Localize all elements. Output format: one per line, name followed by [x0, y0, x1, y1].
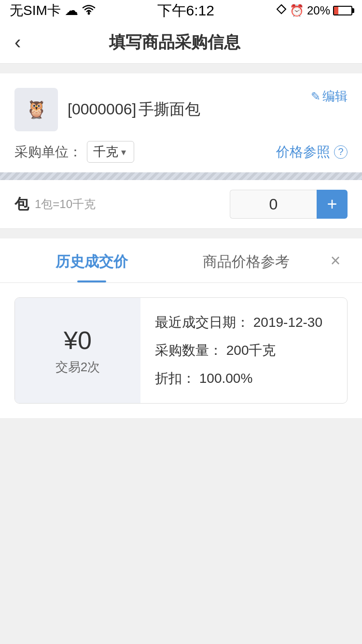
- product-unit-row: 采购单位： 千克 ▾ 价格参照 ?: [14, 141, 348, 163]
- nav-bar: ‹ 填写商品采购信息: [0, 21, 362, 64]
- quantity-label: 采购数量：: [155, 343, 223, 358]
- tab-history-label: 历史成交价: [56, 253, 128, 269]
- tab-price-ref-label: 商品价格参考: [203, 253, 290, 269]
- product-name: 手撕面包: [139, 100, 200, 118]
- history-price-panel: ¥0 交易2次: [15, 298, 140, 403]
- unit-label-group: 采购单位： 千克 ▾: [14, 141, 134, 163]
- battery-percent: 20%: [307, 4, 330, 17]
- history-card: ¥0 交易2次 最近成交日期： 2019-12-30 采购数量： 200千克 折…: [14, 297, 348, 404]
- status-bar: 无SIM卡 ☁ 下午6:12 ⏰ 20%: [0, 0, 362, 21]
- quantity-value: 0: [269, 196, 278, 213]
- history-price-value: ¥0: [64, 326, 92, 355]
- svg-marker-1: [277, 5, 286, 14]
- svg-point-0: [87, 13, 90, 15]
- edit-label: 编辑: [322, 88, 348, 105]
- quantity-input-group: 0 +: [230, 190, 348, 219]
- product-header: 🦉 [0000006] 手撕面包 ✎ 编辑: [14, 88, 348, 131]
- edit-icon: ✎: [311, 90, 320, 103]
- status-time: 下午6:12: [157, 1, 214, 21]
- price-ref-help-icon: ?: [334, 145, 348, 159]
- quantity-equiv: 1包=10千克: [35, 196, 96, 212]
- discount-value: 100.00%: [199, 371, 253, 386]
- svg-line-2: [281, 5, 286, 9]
- location-icon: [276, 4, 287, 17]
- carrier-text: 无SIM卡 ☁: [10, 1, 78, 20]
- quantity-unit-label: 包: [14, 195, 29, 214]
- recent-date-value: 2019-12-30: [253, 315, 322, 330]
- plus-icon: +: [327, 194, 337, 214]
- product-left: 🦉 [0000006] 手撕面包: [14, 88, 200, 131]
- quantity-detail-value: 200千克: [226, 343, 276, 358]
- history-discount: 折扣： 100.00%: [155, 368, 333, 389]
- tab-bar: 历史成交价 商品价格参考 ×: [0, 238, 362, 283]
- quantity-plus-button[interactable]: +: [317, 190, 348, 219]
- product-id: [0000006]: [68, 100, 136, 118]
- unit-value: 千克: [93, 143, 118, 160]
- quantity-input[interactable]: 0: [230, 190, 317, 219]
- tab-price-reference[interactable]: 商品价格参考: [169, 238, 323, 282]
- wifi-icon: [82, 3, 96, 18]
- product-name-group: [0000006] 手撕面包: [68, 99, 200, 120]
- status-left: 无SIM卡 ☁: [10, 1, 96, 20]
- edit-button[interactable]: ✎ 编辑: [311, 88, 348, 105]
- history-recent-date: 最近成交日期： 2019-12-30: [155, 312, 333, 333]
- price-ref-button[interactable]: 价格参照 ?: [276, 143, 348, 161]
- quantity-row: 包 1包=10千克 0 +: [0, 180, 362, 229]
- alarm-icon: ⏰: [290, 4, 304, 17]
- status-right: ⏰ 20%: [276, 4, 352, 17]
- stripe-divider: [0, 172, 362, 180]
- history-transactions: 交易2次: [56, 359, 100, 376]
- content-area: ¥0 交易2次 最近成交日期： 2019-12-30 采购数量： 200千克 折…: [0, 283, 362, 418]
- price-ref-label: 价格参照: [276, 143, 330, 161]
- recent-date-label: 最近成交日期：: [155, 315, 250, 330]
- back-button[interactable]: ‹: [14, 31, 30, 53]
- tab-close-button[interactable]: ×: [323, 249, 348, 273]
- product-thumbnail: 🦉: [14, 88, 58, 131]
- unit-select-arrow-icon: ▾: [121, 146, 126, 158]
- unit-select[interactable]: 千克 ▾: [87, 141, 134, 163]
- history-detail-panel: 最近成交日期： 2019-12-30 采购数量： 200千克 折扣： 100.0…: [140, 298, 347, 403]
- product-card: 🦉 [0000006] 手撕面包 ✎ 编辑 采购单位： 千克 ▾ 价格参照 ?: [0, 73, 362, 172]
- unit-label: 采购单位：: [14, 143, 82, 161]
- product-thumb-icon: 🦉: [26, 99, 47, 120]
- discount-label: 折扣：: [155, 371, 195, 386]
- quantity-label-group: 包 1包=10千克: [14, 195, 96, 214]
- page-title: 填写商品采购信息: [30, 31, 319, 54]
- battery-icon: [333, 6, 352, 15]
- history-quantity: 采购数量： 200千克: [155, 340, 333, 361]
- close-icon: ×: [330, 251, 340, 271]
- tab-history-price[interactable]: 历史成交价: [14, 238, 169, 282]
